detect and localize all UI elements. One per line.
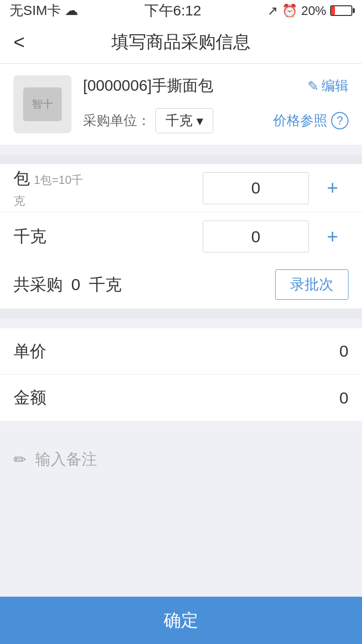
sim-label: 无SIM卡 ☁ <box>10 1 78 20</box>
product-name: [0000006]手撕面包 <box>83 75 213 97</box>
alarm-icon: ⏰ <box>282 3 297 18</box>
product-info: [0000006]手撕面包 ✎ 编辑 采购单位： 千克 ▾ 价格参照 ? <box>83 75 348 133</box>
unit-row: 采购单位： 千克 ▾ 价格参照 ? <box>83 108 348 133</box>
total-label: 共采购 0 千克 <box>14 274 122 296</box>
note-input[interactable]: 输入备注 <box>35 449 97 470</box>
unit-price-label: 单价 <box>14 340 46 363</box>
section-divider-1 <box>0 154 362 164</box>
product-image: 智十 <box>14 75 71 133</box>
kg-input-field: 0 + <box>91 221 348 252</box>
amount-label: 金额 <box>14 387 46 409</box>
input-section: 包1包=10千克 0 + 千克 0 + <box>0 164 362 261</box>
unit-value: 千克 <box>166 112 193 130</box>
product-logo: 智十 <box>23 87 62 121</box>
battery-icon <box>330 5 352 16</box>
page-title: 填写商品采购信息 <box>111 30 251 54</box>
pencil-icon: ✏ <box>14 450 27 469</box>
unit-price-value: 0 <box>339 342 348 361</box>
price-ref-button[interactable]: 价格参照 ? <box>273 112 348 130</box>
unit-select-group: 采购单位： 千克 ▾ <box>83 108 213 133</box>
amount-value: 0 <box>339 389 348 407</box>
confirm-button[interactable]: 确定 <box>164 609 198 632</box>
note-section[interactable]: ✏ 输入备注 <box>0 431 362 489</box>
status-left: 无SIM卡 ☁ <box>10 1 78 20</box>
unit-select[interactable]: 千克 ▾ <box>155 108 213 133</box>
section-divider-2 <box>0 309 362 319</box>
batch-button[interactable]: 录批次 <box>275 269 348 300</box>
product-card: 智十 [0000006]手撕面包 ✎ 编辑 采购单位： 千克 ▾ 价格参照 ? <box>0 64 362 145</box>
info-icon: ? <box>331 112 348 129</box>
bag-input-field: 0 + <box>91 172 348 204</box>
chevron-down-icon: ▾ <box>196 113 203 129</box>
kg-plus-button[interactable]: + <box>317 221 348 252</box>
bag-input-row: 包1包=10千克 0 + <box>0 164 362 212</box>
bag-label: 包1包=10千克 <box>14 168 91 209</box>
confirm-bar[interactable]: 确定 <box>0 597 362 644</box>
battery-percent: 20% <box>301 3 326 18</box>
amount-row: 金额 0 <box>0 375 362 421</box>
kg-quantity-input[interactable]: 0 <box>203 221 309 252</box>
bag-quantity-input[interactable]: 0 <box>203 172 309 204</box>
status-bar: 无SIM卡 ☁ 下午6:12 ↗ ⏰ 20% <box>0 0 362 21</box>
edit-label: 编辑 <box>321 77 348 95</box>
location-icon: ↗ <box>267 3 278 18</box>
kg-input-row: 千克 0 + <box>0 212 362 261</box>
edit-icon: ✎ <box>307 78 319 94</box>
total-row: 共采购 0 千克 录批次 <box>0 261 362 309</box>
unit-price-row: 单价 0 <box>0 328 362 375</box>
product-name-row: [0000006]手撕面包 ✎ 编辑 <box>83 75 348 97</box>
total-unit: 千克 <box>89 275 122 294</box>
status-right: ↗ ⏰ 20% <box>267 3 352 18</box>
nav-bar: < 填写商品采购信息 <box>0 21 362 64</box>
bag-plus-button[interactable]: + <box>317 172 348 204</box>
back-button[interactable]: < <box>14 31 25 53</box>
unit-label: 采购单位： <box>83 112 151 130</box>
price-section: 单价 0 金额 0 <box>0 328 362 421</box>
price-ref-label: 价格参照 <box>273 112 327 130</box>
kg-label: 千克 <box>14 225 91 248</box>
total-amount: 0 <box>71 275 80 294</box>
status-time: 下午6:12 <box>144 1 201 21</box>
edit-button[interactable]: ✎ 编辑 <box>307 77 348 95</box>
